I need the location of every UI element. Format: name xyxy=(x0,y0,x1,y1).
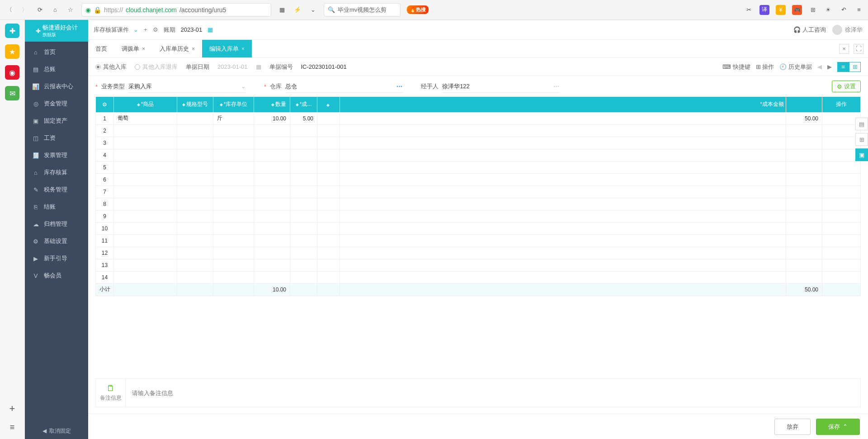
home-icon[interactable]: ⌂ xyxy=(51,5,60,14)
bolt-icon[interactable]: ⚡ xyxy=(293,5,302,14)
scissors-icon[interactable]: ✂ xyxy=(744,5,753,14)
star-icon[interactable]: ☆ xyxy=(66,5,75,14)
game-icon[interactable]: 🎮 xyxy=(792,5,802,15)
url-domain: cloud.chanjet.com xyxy=(126,6,177,14)
undo-icon[interactable]: ↶ xyxy=(839,5,848,14)
back-icon[interactable]: 〈 xyxy=(5,5,14,14)
shield-icon: ◉ xyxy=(85,6,91,14)
search-placeholder: 毕业mv视频怎么剪 xyxy=(338,6,387,14)
url-bar[interactable]: ◉ 🔒 https://cloud.chanjet.com/accounting… xyxy=(81,3,271,17)
browser-search[interactable]: 🔍 毕业mv视频怎么剪 xyxy=(324,3,401,17)
brightness-icon[interactable]: ☀ xyxy=(824,5,833,14)
hot-badge[interactable]: 🔥热搜 xyxy=(407,5,429,14)
apps-icon[interactable]: ⊞ xyxy=(808,5,817,14)
url-scheme: https:// xyxy=(104,6,123,14)
url-path: /accounting/uru5 xyxy=(179,6,226,14)
coin-icon[interactable]: ¥ xyxy=(776,5,786,15)
forward-icon[interactable]: 〉 xyxy=(20,5,29,14)
search-icon: 🔍 xyxy=(328,6,335,13)
reload-icon[interactable]: ⟳ xyxy=(35,5,44,14)
translate-icon[interactable]: 译 xyxy=(760,5,769,15)
lock-icon: 🔒 xyxy=(94,6,101,14)
menu-icon[interactable]: ≡ xyxy=(854,5,863,14)
qr-icon[interactable]: ▦ xyxy=(278,5,287,14)
browser-toolbar: 〈 〉 ⟳ ⌂ ☆ ◉ 🔒 https://cloud.chanjet.com/… xyxy=(0,0,868,20)
chevron-down-icon[interactable]: ⌄ xyxy=(308,5,317,14)
